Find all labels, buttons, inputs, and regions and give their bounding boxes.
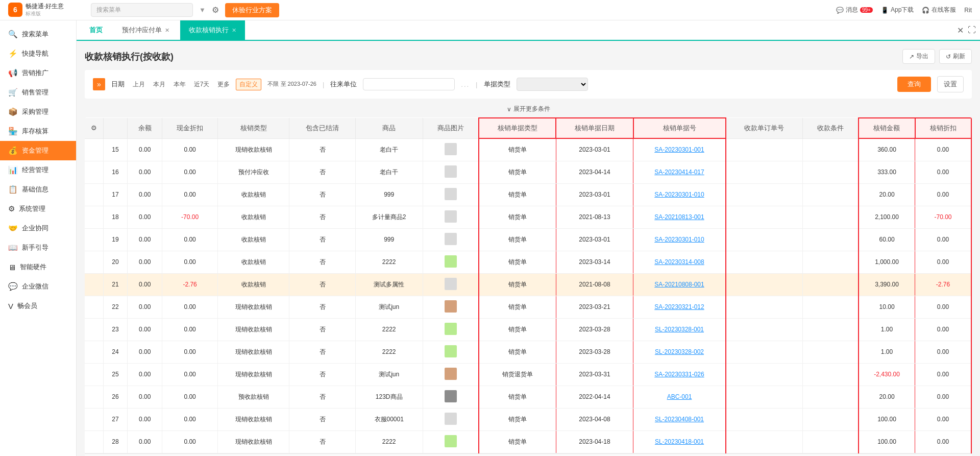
filter-expand-button[interactable]: » xyxy=(93,78,105,90)
col-receipt-terms: 收款条件 xyxy=(802,118,859,138)
cell-cash-discount: 0.00 xyxy=(162,386,218,408)
table-row: 19 0.00 0.00 收款核销 否 999 销货单 2023-03-01 S… xyxy=(85,228,971,251)
cell-cash-discount: 0.00 xyxy=(162,408,218,430)
query-button[interactable]: 查询 xyxy=(897,77,931,92)
sidebar-item-营销推广[interactable]: 📢营销推广 xyxy=(0,63,76,83)
date-option-this-month[interactable]: 本月 xyxy=(151,79,167,90)
sidebar-item-畅会员[interactable]: V畅会员 xyxy=(0,296,76,316)
message-btn[interactable]: 💬 消息 99+ xyxy=(836,6,873,14)
main-layout: 🔍搜索菜单⚡快捷导航📢营销推广🛒销售管理📦采购管理🏪库存核算💰资金管理📊经营管理… xyxy=(0,20,980,456)
cell-bill-type: 销货单 xyxy=(479,161,556,183)
filter-settings-button[interactable]: 设置 xyxy=(937,76,964,92)
cell-bill-no: SA-20230301-010 xyxy=(633,228,726,251)
export-button[interactable]: ↗ 导出 xyxy=(902,49,935,64)
sidebar-item-经营管理[interactable]: 📊经营管理 xyxy=(0,160,76,180)
cell-bill-date: 2023-03-31 xyxy=(556,363,633,386)
cell-writeoff-amount: 360.00 xyxy=(859,138,915,161)
cell-settings xyxy=(85,138,103,161)
cell-product-img xyxy=(423,161,479,183)
cell-balance: 0.00 xyxy=(128,408,162,430)
tab-收款核销执行[interactable]: 收款核销执行✕ xyxy=(180,20,245,40)
cell-bill-type: 销货单 xyxy=(479,296,556,318)
maximize-icon[interactable]: ⛶ xyxy=(968,26,976,35)
user-avatar[interactable]: Rit xyxy=(964,7,972,14)
app-download-btn[interactable]: 📱 App下载 xyxy=(881,6,914,14)
sidebar-item-智能硬件[interactable]: 🖥智能硬件 xyxy=(0,257,76,277)
cell-writeoff-discount: 0.00 xyxy=(915,318,972,341)
sidebar-item-采购管理[interactable]: 📦采购管理 xyxy=(0,102,76,122)
cell-include-settled: 否 xyxy=(289,408,355,430)
cell-bill-no: ABC-001 xyxy=(633,386,726,408)
cell-writeoff-amount: 1.00 xyxy=(859,318,915,341)
date-option-custom[interactable]: 自定义 xyxy=(236,79,261,90)
cell-product: 2222 xyxy=(355,251,423,273)
cell-seq: 19 xyxy=(103,228,128,251)
sidebar-item-搜索菜单[interactable]: 🔍搜索菜单 xyxy=(0,25,76,44)
cell-product-img xyxy=(423,408,479,430)
cell-receipt-order xyxy=(726,206,803,228)
cell-balance: 0.00 xyxy=(128,273,162,296)
cell-product: 多计量商品2 xyxy=(355,206,423,228)
cell-product-img xyxy=(423,363,479,386)
cell-settings xyxy=(85,206,103,228)
cell-bill-date: 2023-04-14 xyxy=(556,161,633,183)
date-option-7days[interactable]: 近7天 xyxy=(192,79,212,90)
cell-writeoff-amount: 10.00 xyxy=(859,296,915,318)
date-option-this-year[interactable]: 本年 xyxy=(172,79,188,90)
col-settings[interactable]: ⚙ xyxy=(85,118,103,138)
table-row: 15 0.00 0.00 现销收款核销 否 老白干 销货单 2023-03-01… xyxy=(85,138,971,161)
cell-writeoff-amount: 1.00 xyxy=(859,341,915,363)
cell-product: 老白干 xyxy=(355,138,423,161)
sidebar-item-基础信息[interactable]: 📋基础信息 xyxy=(0,180,76,199)
table-row: 22 0.00 0.00 现销收款核销 否 测试jun 销货单 2023-03-… xyxy=(85,296,971,318)
cell-seq: 21 xyxy=(103,273,128,296)
expand-more-button[interactable]: ∨ 展开更多条件 xyxy=(507,105,550,113)
tab-首页[interactable]: 首页 xyxy=(81,20,111,40)
cell-writeoff-discount: 0.00 xyxy=(915,341,972,363)
cell-receipt-order xyxy=(726,341,803,363)
cell-include-settled: 否 xyxy=(289,430,355,453)
cell-seq: 25 xyxy=(103,363,128,386)
solution-button[interactable]: 休验行业方案 xyxy=(225,3,279,17)
date-option-last-month[interactable]: 上月 xyxy=(131,79,147,90)
close-all-icon[interactable]: ✕ xyxy=(957,26,964,35)
cell-settings xyxy=(85,161,103,183)
cell-product: 2222 xyxy=(355,430,423,453)
cell-bill-no: SA-20230321-012 xyxy=(633,296,726,318)
refresh-button[interactable]: ↺ 刷新 xyxy=(939,49,972,64)
global-search-box[interactable]: 搜索菜单 xyxy=(91,3,193,17)
sidebar-item-资金管理[interactable]: 💰资金管理 xyxy=(0,141,76,160)
cell-receipt-terms xyxy=(802,161,859,183)
msg-badge: 99+ xyxy=(860,7,873,13)
settings-icon[interactable]: ⚙ xyxy=(212,5,219,15)
sidebar-item-企业协同[interactable]: 🤝企业协同 xyxy=(0,219,76,238)
col-writeoff-amount: 核销金额 xyxy=(859,118,915,138)
sidebar-item-快捷导航[interactable]: ⚡快捷导航 xyxy=(0,44,76,63)
tab-预付冲应付单[interactable]: 预付冲应付单✕ xyxy=(113,20,178,40)
cell-cash-discount: 0.00 xyxy=(162,251,218,273)
cell-writeoff-type: 现销收款核销 xyxy=(218,138,289,161)
sidebar-item-新手引导[interactable]: 📖新手引导 xyxy=(0,238,76,257)
sidebar-item-库存核算[interactable]: 🏪库存核算 xyxy=(0,122,76,141)
tab-close-icon[interactable]: ✕ xyxy=(165,27,169,34)
online-service-btn[interactable]: 🎧 在线客服 xyxy=(922,6,956,14)
chevron-down-icon: ▼ xyxy=(199,6,206,14)
cell-receipt-order xyxy=(726,408,803,430)
sidebar-item-企业微信[interactable]: 💬企业微信 xyxy=(0,277,76,296)
cell-product-img xyxy=(423,228,479,251)
sidebar-item-销售管理[interactable]: 🛒销售管理 xyxy=(0,83,76,102)
page-content: 收款核销执行(按收款) ↗ 导出 ↺ 刷新 » 日期 上月 xyxy=(77,41,980,456)
cell-receipt-terms xyxy=(802,318,859,341)
logo-area: 6 畅捷通·好生意 标准版 xyxy=(8,3,85,17)
table-row: 25 0.00 0.00 现销收款核销 否 测试jun 销货退货单 2023-0… xyxy=(85,363,971,386)
cell-balance: 0.00 xyxy=(128,363,162,386)
cell-receipt-order xyxy=(726,183,803,206)
counterparty-input[interactable] xyxy=(363,78,455,90)
date-option-more[interactable]: 更多 xyxy=(215,79,232,90)
cell-writeoff-type: 收款核销 xyxy=(218,228,289,251)
voucher-type-select[interactable]: 销货单 销货退货单 xyxy=(517,78,588,91)
tab-close-icon[interactable]: ✕ xyxy=(232,27,236,34)
sidebar-item-系统管理[interactable]: ⚙系统管理 xyxy=(0,199,76,219)
cell-seq: 28 xyxy=(103,430,128,453)
table-body: 15 0.00 0.00 现销收款核销 否 老白干 销货单 2023-03-01… xyxy=(85,138,971,453)
